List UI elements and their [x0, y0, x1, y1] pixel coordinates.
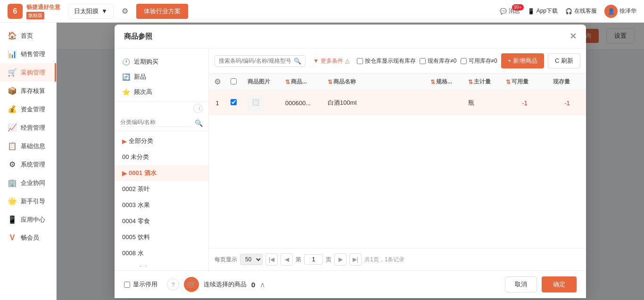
sidebar-item-inventory[interactable]: 📦 库存核算 — [0, 82, 56, 100]
cancel-button[interactable]: 取消 — [505, 276, 537, 292]
category-list: ▶ 全部分类 00 未分类 ▶ 0001 酒水 0002 茶叶 — [115, 131, 208, 267]
table-gear-icon[interactable]: ⚙ — [214, 78, 221, 86]
sidebar-item-finance[interactable]: 💰 资金管理 — [0, 100, 56, 118]
sidebar-item-purchase[interactable]: 🛒 采购管理 — [0, 63, 56, 82]
chevron-down-icon: ▼ — [101, 8, 107, 15]
sidebar-item-member[interactable]: V 畅会员 — [0, 229, 56, 247]
quick-link-recent[interactable]: 🕐 近期购买 — [115, 54, 208, 69]
row-stock-cell: -1 — [548, 91, 586, 116]
product-reference-modal: 商品参照 ✕ 🕐 近期购买 🔄 新品 — [115, 25, 586, 298]
per-page-select[interactable]: 50 — [240, 254, 263, 265]
row-checkbox-cell — [226, 91, 243, 116]
sidebar-item-home[interactable]: 🏠 首页 — [0, 26, 56, 45]
sort-icon: ⇅ — [285, 79, 290, 85]
nav-dropdown[interactable]: 日太阳膜 ▼ — [68, 4, 114, 19]
quick-link-frequent[interactable]: ⭐ 频次高 — [115, 84, 208, 100]
message-nav-item[interactable]: 💬 消息 99+ — [500, 7, 520, 15]
home-icon: 🏠 — [8, 31, 17, 40]
disabled-checkbox[interactable] — [124, 282, 130, 288]
search-icon[interactable]: 🔍 — [294, 58, 301, 65]
nav-right: 💬 消息 99+ 📱 App下载 🎧 在线客服 👤 徐泽华 — [500, 5, 636, 18]
checkbox-by-warehouse[interactable]: 按仓库显示现有库存 — [357, 57, 416, 65]
product-thumb: 🖼 — [248, 94, 264, 111]
sidebar-item-enterprise[interactable]: 🏢 企业协同 — [0, 174, 56, 192]
cart-button[interactable]: 🛒 — [184, 277, 199, 292]
category-all[interactable]: ▶ 全部分类 — [115, 133, 208, 149]
main-layout: 🏠 首页 📊 销售管理 🛒 采购管理 📦 库存核算 💰 资金管理 📈 经营管理 … — [0, 23, 644, 300]
by-warehouse-checkbox[interactable] — [357, 58, 363, 64]
sort-unit-icon: ⇅ — [468, 79, 473, 85]
sidebar-item-base[interactable]: 📋 基础信息 — [0, 137, 56, 155]
filter-icon: ▼ — [313, 58, 319, 64]
arrow-right-icon: ▶ — [122, 138, 127, 145]
user-nav-item[interactable]: 👤 徐泽华 — [604, 5, 636, 18]
trial-button[interactable]: 体验行业方案 — [136, 4, 188, 19]
sidebar-item-apps[interactable]: 📱 应用中心 — [0, 210, 56, 229]
page-total: 共1页，1条记录 — [364, 256, 405, 264]
row-code-cell: 000600... — [281, 91, 323, 116]
checkbox-stock-nonzero[interactable]: 现有库存≠0 — [420, 57, 456, 65]
category-water[interactable]: 0008 水 — [115, 245, 208, 261]
confirm-button[interactable]: 确定 — [542, 276, 577, 292]
service-nav-item[interactable]: 🎧 在线客服 — [565, 7, 597, 15]
sales-icon: 📊 — [8, 50, 17, 58]
table-row[interactable]: 1 🖼 000600... — [209, 91, 586, 116]
sidebar-item-system[interactable]: ⚙ 系统管理 — [0, 155, 56, 174]
logo-icon: 6 — [8, 4, 23, 19]
stock-nonzero-checkbox[interactable] — [420, 58, 426, 64]
quick-links: 🕐 近期购买 🔄 新品 ⭐ 频次高 — [115, 52, 208, 102]
recent-icon: 🕐 — [122, 58, 130, 66]
prev-page-button[interactable]: ◀ — [281, 253, 293, 266]
last-page-button[interactable]: ▶| — [349, 253, 362, 266]
select-all-checkbox[interactable] — [231, 78, 237, 84]
show-disabled-checkbox[interactable]: 显示停用 — [124, 280, 157, 289]
col-unit: ⇅ 主计量 — [463, 74, 501, 91]
page-number-input[interactable] — [304, 254, 323, 265]
category-panel: 🕐 近期购买 🔄 新品 ⭐ 频次高 — [115, 49, 209, 270]
next-page-button[interactable]: ▶ — [334, 253, 347, 266]
first-page-button[interactable]: |◀ — [265, 253, 278, 266]
base-icon: 📋 — [8, 142, 17, 150]
help-button[interactable]: ? — [167, 278, 179, 291]
available-nonzero-checkbox[interactable] — [461, 58, 467, 64]
sidebar-item-sales[interactable]: 📊 销售管理 — [0, 45, 56, 63]
category-appliance[interactable]: 0010 家电 — [115, 261, 208, 267]
app-download-nav-item[interactable]: 📱 App下载 — [528, 7, 558, 15]
row-name-cell: 白酒100ml — [323, 91, 426, 116]
col-code: ⇅ 商品... — [281, 74, 323, 91]
category-beverage[interactable]: 0005 饮料 — [115, 229, 208, 245]
checkbox-available-nonzero[interactable]: 可用库存≠0 — [461, 57, 497, 65]
modal-header: 商品参照 ✕ — [115, 25, 586, 49]
product-search-input[interactable] — [219, 58, 291, 64]
chevron-up-icon: △ — [345, 58, 349, 64]
collapse-panel-button[interactable]: 《 — [193, 104, 203, 113]
footer-left: 显示停用 — [124, 280, 157, 289]
add-product-button[interactable]: + 新增商品 — [501, 53, 544, 68]
logo-text: 畅捷通好生意 旗舰版 — [26, 3, 60, 19]
row-image-cell: 🖼 — [243, 91, 281, 116]
filter-button[interactable]: ▼ 更多条件 △ — [309, 55, 353, 67]
sort-available-icon: ⇅ — [506, 79, 511, 85]
pagination: 每页显示 50 |◀ ◀ 第 页 ▶ ▶| 共1页，1条记录 — [209, 248, 586, 270]
col-stock: 现存量 — [548, 74, 586, 91]
settings-icon[interactable]: ⚙ — [117, 4, 132, 19]
category-search-icon[interactable]: 🔍 — [195, 119, 203, 127]
sidebar-item-operation[interactable]: 📈 经营管理 — [0, 118, 56, 137]
category-snack[interactable]: 0004 零食 — [115, 213, 208, 229]
modal-close-button[interactable]: ✕ — [570, 31, 577, 42]
guide-icon: 🌟 — [8, 197, 17, 206]
category-fruit[interactable]: 0003 水果 — [115, 197, 208, 213]
refresh-button[interactable]: C 刷新 — [548, 53, 580, 68]
sidebar-item-guide[interactable]: 🌟 新手引导 — [0, 192, 56, 210]
enterprise-icon: 🏢 — [8, 178, 17, 187]
category-tea[interactable]: 0002 茶叶 — [115, 181, 208, 197]
category-search-input[interactable] — [120, 119, 192, 127]
row-unit-cell: 瓶 — [463, 91, 501, 116]
avatar: 👤 — [604, 5, 618, 18]
category-uncategorized[interactable]: 00 未分类 — [115, 149, 208, 165]
category-liquor[interactable]: ▶ 0001 酒水 — [115, 165, 208, 181]
footer-collapse-button[interactable]: ∧ — [260, 280, 265, 289]
quick-link-new[interactable]: 🔄 新品 — [115, 69, 208, 84]
row-checkbox[interactable] — [231, 99, 237, 105]
cart-count: 0 — [251, 281, 255, 289]
